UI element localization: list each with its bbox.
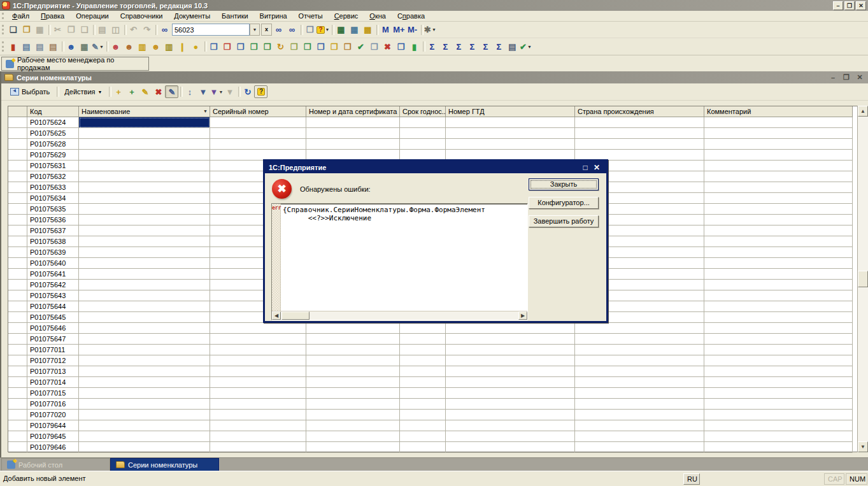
menu-витрина[interactable]: Витрина	[254, 11, 293, 21]
empty-cell[interactable]	[306, 410, 400, 420]
receipt-in-icon[interactable]: ❒	[247, 40, 260, 53]
customer-coins-icon[interactable]: ☻	[149, 40, 162, 53]
table-row[interactable]: P01079646	[8, 442, 863, 453]
item-dash-icon[interactable]	[8, 171, 27, 182]
empty-cell[interactable]	[704, 377, 853, 388]
code-cell[interactable]: P01075628	[27, 139, 79, 150]
empty-cell[interactable]	[704, 215, 853, 225]
transfer-doc-icon[interactable]: ❒	[301, 40, 314, 53]
item-dash-icon[interactable]	[8, 377, 27, 388]
empty-cell[interactable]	[575, 420, 704, 431]
save-icon[interactable]: ▦	[33, 24, 46, 36]
filter-by-value-icon[interactable]: ▼	[196, 85, 210, 98]
report-stock-icon[interactable]: Σ	[479, 40, 492, 53]
empty-cell[interactable]	[704, 128, 853, 139]
help-icon[interactable]: ?	[254, 85, 267, 98]
empty-cell[interactable]	[210, 139, 306, 150]
empty-cell[interactable]	[210, 442, 306, 453]
memory-m-icon[interactable]: M	[379, 24, 392, 36]
item-dash-icon[interactable]	[8, 215, 27, 225]
empty-cell[interactable]	[79, 117, 210, 128]
empty-cell[interactable]	[210, 323, 306, 334]
copy-icon[interactable]: ❐	[64, 24, 78, 36]
code-cell[interactable]: P01077014	[27, 377, 79, 388]
empty-cell[interactable]	[79, 345, 210, 355]
menu-справка[interactable]: Справка	[392, 11, 430, 21]
menu-документы[interactable]: Документы	[168, 11, 216, 21]
coins-stack-icon[interactable]: ❙	[176, 40, 189, 53]
scroll-up-icon[interactable]: ▲	[858, 106, 868, 117]
empty-cell[interactable]	[446, 399, 575, 410]
code-cell[interactable]: P01075647	[27, 334, 79, 345]
table-row[interactable]: P01075647	[8, 334, 863, 345]
empty-cell[interactable]	[306, 420, 400, 431]
cart-icon[interactable]: ▥	[136, 40, 149, 53]
column-header[interactable]: Номер ГТД	[446, 106, 575, 117]
table-row[interactable]: P01077016	[8, 399, 863, 410]
dialog-close-icon[interactable]: ✕	[591, 163, 602, 172]
empty-cell[interactable]	[79, 323, 210, 334]
menu-правка[interactable]: Правка	[35, 11, 70, 21]
empty-cell[interactable]	[79, 171, 210, 182]
empty-cell[interactable]	[704, 193, 853, 204]
empty-cell[interactable]	[79, 334, 210, 345]
code-cell[interactable]: P01075625	[27, 128, 79, 139]
item-dash-icon[interactable]	[8, 366, 27, 377]
empty-cell[interactable]	[704, 161, 853, 171]
menu-сервис[interactable]: Сервис	[329, 11, 364, 21]
tools-icon[interactable]: ✱▼	[423, 24, 437, 36]
close-button[interactable]: ✕	[856, 1, 866, 10]
column-header[interactable]: Номер и дата сертификата	[306, 106, 400, 117]
code-cell[interactable]: P01075629	[27, 150, 79, 161]
doc-add-icon[interactable]: ❒	[327, 40, 341, 53]
empty-cell[interactable]	[400, 334, 446, 345]
empty-cell[interactable]	[306, 128, 400, 139]
empty-cell[interactable]	[79, 377, 210, 388]
empty-cell[interactable]	[79, 290, 210, 301]
hscrollbar-thumb[interactable]	[281, 311, 309, 320]
actions-menu-button[interactable]: Действия ▼	[59, 85, 107, 99]
lock-icon[interactable]: ▩	[361, 24, 374, 36]
empty-cell[interactable]	[704, 258, 853, 269]
empty-cell[interactable]	[400, 388, 446, 399]
column-header[interactable]: Комментарий	[704, 106, 853, 117]
cash-book-icon[interactable]: ▮	[6, 40, 20, 53]
empty-cell[interactable]	[79, 420, 210, 431]
empty-cell[interactable]	[704, 334, 853, 345]
code-cell[interactable]: P01079644	[27, 420, 79, 431]
empty-cell[interactable]	[704, 150, 853, 161]
empty-cell[interactable]	[79, 193, 210, 204]
report-customers-icon[interactable]: Σ	[425, 40, 439, 53]
dialog-button-terminate[interactable]: Завершить работу	[529, 215, 599, 227]
doc-coins-icon[interactable]: ❒	[367, 40, 381, 53]
item-dash-icon[interactable]	[8, 128, 27, 139]
empty-cell[interactable]	[210, 345, 306, 355]
empty-cell[interactable]	[446, 388, 575, 399]
empty-cell[interactable]	[575, 128, 704, 139]
payment-doc-icon[interactable]: ❒	[287, 40, 301, 53]
item-dash-icon[interactable]	[8, 204, 27, 215]
empty-cell[interactable]	[575, 117, 704, 128]
empty-cell[interactable]	[575, 399, 704, 410]
mdi-minimize-button[interactable]: –	[828, 74, 838, 82]
filter-settings-icon[interactable]: ▼▼	[210, 85, 223, 98]
empty-cell[interactable]	[79, 388, 210, 399]
item-dash-icon[interactable]	[8, 290, 27, 301]
code-cell[interactable]: P01077013	[27, 366, 79, 377]
empty-cell[interactable]	[79, 366, 210, 377]
table-row[interactable]: P01077013	[8, 366, 863, 377]
empty-cell[interactable]	[210, 410, 306, 420]
empty-cell[interactable]	[575, 323, 704, 334]
table-row[interactable]: P01077015	[8, 388, 863, 399]
calendar-icon[interactable]: ▦	[348, 24, 361, 36]
code-cell[interactable]: P01079646	[27, 442, 79, 453]
empty-cell[interactable]	[446, 323, 575, 334]
column-header[interactable]: Срок годнос...	[400, 106, 446, 117]
empty-cell[interactable]	[446, 377, 575, 388]
dialog-button-configurator[interactable]: Конфигуратор...	[529, 197, 599, 209]
find-previous-icon[interactable]: ∞	[285, 24, 299, 36]
item-dash-icon[interactable]	[8, 280, 27, 290]
select-button[interactable]: Выбрать	[5, 85, 55, 99]
memory-m-minus-icon[interactable]: M-	[406, 24, 419, 36]
empty-cell[interactable]	[79, 399, 210, 410]
